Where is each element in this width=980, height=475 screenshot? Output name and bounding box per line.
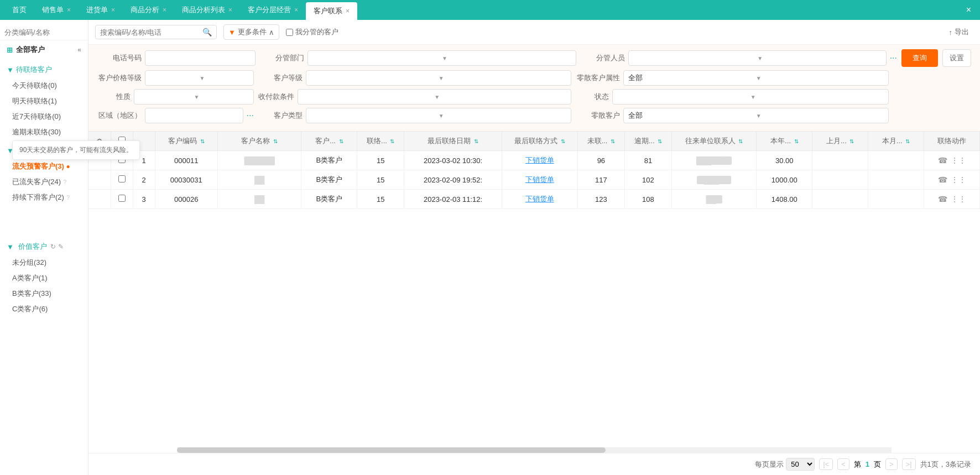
- action-contact-icon-0[interactable]: ☎: [938, 156, 947, 165]
- status-select[interactable]: ▼: [612, 89, 889, 105]
- sidebar-section-pending: ▼ 待联络客户 今天待联络(0) 明天待联络(1) 近7天待联络(0) 逾期未联…: [0, 61, 88, 140]
- th-lastmonth[interactable]: 上月... ⇅: [812, 132, 868, 151]
- nav-tab-customer-tier[interactable]: 客户分层经营 ×: [240, 0, 306, 20]
- nav-tab-analysis-list-close[interactable]: ×: [228, 6, 232, 14]
- zero-attr-select[interactable]: 全部 ▼: [623, 70, 889, 86]
- sidebar-item-b-class[interactable]: B类客户(33): [0, 286, 88, 301]
- row-checkbox-2[interactable]: [118, 195, 126, 202]
- last-contact-way-link-0[interactable]: 下销货单: [525, 156, 554, 164]
- nav-tab-sales-close[interactable]: ×: [67, 6, 71, 14]
- customer-level-select[interactable]: ▼: [306, 70, 571, 86]
- first-page-button[interactable]: |<: [819, 458, 833, 470]
- action-more-icon-1[interactable]: ⋮⋮: [951, 175, 966, 184]
- th-assoc[interactable]: 往来单位联系人 ⇅: [671, 132, 756, 151]
- nav-tab-purchase-close[interactable]: ×: [111, 6, 115, 14]
- customer-type-select[interactable]: ▼: [306, 108, 571, 123]
- my-customers-filter[interactable]: 我分管的客户: [286, 27, 338, 37]
- th-thismonth[interactable]: 本月... ⇅: [868, 132, 924, 151]
- action-contact-icon-1[interactable]: ☎: [938, 175, 947, 184]
- nav-tab-analysis-close[interactable]: ×: [163, 6, 166, 14]
- last-page-button[interactable]: >|: [902, 458, 916, 470]
- sidebar-item-tomorrow[interactable]: 明天待联络(1): [0, 93, 88, 109]
- edit-icon[interactable]: ✎: [58, 243, 64, 250]
- sidebar-item-c-class[interactable]: C类客户(6): [0, 301, 88, 317]
- scrollbar-thumb[interactable]: [177, 447, 606, 453]
- td-contact-1: 15: [357, 170, 404, 190]
- td-checkbox-2[interactable]: [111, 190, 133, 209]
- nav-tab-customer-tier-close[interactable]: ×: [294, 6, 298, 14]
- th-code[interactable]: 客户编码 ⇅: [155, 132, 218, 151]
- adv-filter-row-4: 区域（地区） ··· 客户类型 ▼ 零散客户 全部: [97, 108, 971, 123]
- dept-select[interactable]: ▼: [307, 50, 576, 66]
- per-page-select[interactable]: 50 100 200: [786, 458, 815, 471]
- th-type[interactable]: 客户... ⇅: [301, 132, 357, 151]
- sidebar-section-value-title[interactable]: ▼ 价值客户 ↻ ✎: [0, 238, 88, 255]
- nature-label: 性质: [97, 92, 131, 102]
- th-date[interactable]: 最后联络日期 ⇅: [404, 132, 502, 151]
- action-contact-icon-2[interactable]: ☎: [938, 195, 947, 203]
- total-records: 共1页，3条记录: [920, 460, 971, 469]
- td-overdue-1: 102: [624, 170, 671, 190]
- my-customers-checkbox[interactable]: [286, 29, 293, 36]
- nav-tab-customer-contact[interactable]: 客户联系 ×: [306, 2, 357, 20]
- th-unlinkd[interactable]: 未联... ⇅: [577, 132, 624, 151]
- sidebar-item-today[interactable]: 今天待联络(0): [0, 78, 88, 93]
- window-close-button[interactable]: ×: [962, 5, 976, 15]
- th-contact[interactable]: 联络... ⇅: [357, 132, 404, 151]
- prev-page-button[interactable]: <: [837, 458, 849, 470]
- price-level-select[interactable]: ▼: [145, 70, 254, 86]
- sidebar-item-overdue[interactable]: 逾期未联络(30): [0, 124, 88, 140]
- grid-icon: ⊞: [7, 46, 13, 54]
- td-way-2[interactable]: 下销货单: [502, 190, 577, 209]
- staff-select[interactable]: ▼: [628, 50, 887, 66]
- action-more-icon-0[interactable]: ⋮⋮: [951, 156, 966, 165]
- td-checkbox-1[interactable]: [111, 170, 133, 190]
- sidebar-item-ungrouped[interactable]: 未分组(32): [0, 255, 88, 270]
- sidebar-item-a-class[interactable]: A类客户(1): [0, 270, 88, 286]
- sidebar-section-pending-title[interactable]: ▼ 待联络客户: [0, 61, 88, 78]
- filter-search-input[interactable]: [100, 28, 202, 36]
- sidebar-all-customers[interactable]: ⊞ 全部客户 «: [0, 40, 88, 59]
- zero-customer-select[interactable]: 全部 ▼: [623, 108, 889, 123]
- th-thisyear[interactable]: 本年... ⇅: [757, 132, 812, 151]
- region-dots[interactable]: ···: [247, 111, 254, 121]
- horizontal-scrollbar[interactable]: [177, 447, 892, 453]
- td-unlinkd-0: 96: [577, 151, 624, 170]
- sidebar-item-churned[interactable]: 已流失客户(24) ?: [0, 174, 88, 190]
- td-thisyear-1: 1000.00: [757, 170, 812, 190]
- query-button[interactable]: 查询: [901, 49, 938, 67]
- row-checkbox-1[interactable]: [118, 175, 126, 182]
- th-way[interactable]: 最后联络方式 ⇅: [502, 132, 577, 151]
- region-select[interactable]: [145, 108, 243, 123]
- sidebar-item-declining[interactable]: 持续下滑客户(2) ?: [0, 190, 88, 205]
- sidebar-item-churn-warning[interactable]: 流失预警客户(3) ●: [0, 159, 88, 174]
- action-more-icon-2[interactable]: ⋮⋮: [951, 195, 966, 203]
- td-code-0: 000011: [155, 151, 218, 170]
- sidebar-collapse-icon[interactable]: «: [77, 46, 81, 54]
- nav-tab-analysis-list[interactable]: 商品分析列表 ×: [174, 0, 240, 20]
- nav-tab-analysis[interactable]: 商品分析 ×: [123, 0, 174, 20]
- th-name[interactable]: 客户名称 ⇅: [218, 132, 301, 151]
- nav-tab-home[interactable]: 首页: [4, 5, 34, 15]
- nav-tab-purchase[interactable]: 进货单 ×: [79, 0, 123, 20]
- nature-select[interactable]: ▼: [134, 89, 254, 105]
- staff-dots[interactable]: ···: [890, 53, 897, 63]
- th-overdue[interactable]: 逾期... ⇅: [624, 132, 671, 151]
- sidebar-item-7days[interactable]: 近7天待联络(0): [0, 109, 88, 124]
- next-page-button[interactable]: >: [885, 458, 898, 470]
- last-contact-way-link-2[interactable]: 下销货单: [525, 195, 554, 203]
- more-conditions-button[interactable]: ▼ 更多条件 ∧: [223, 24, 279, 40]
- refresh-icon[interactable]: ↻: [50, 243, 56, 250]
- td-way-1[interactable]: 下销货单: [502, 170, 577, 190]
- phone-input[interactable]: [145, 50, 256, 66]
- nav-tab-sales[interactable]: 销售单 ×: [34, 0, 79, 20]
- payment-select[interactable]: ▼: [298, 89, 571, 105]
- sidebar-search-input[interactable]: [4, 28, 88, 36]
- export-button[interactable]: ↑ 导出: [945, 25, 974, 39]
- last-contact-way-link-1[interactable]: 下销货单: [525, 175, 554, 184]
- filter-search-box: 🔍: [95, 25, 217, 39]
- td-type-2: B类客户: [301, 190, 357, 209]
- td-way-0[interactable]: 下销货单: [502, 151, 577, 170]
- nav-tab-customer-contact-close[interactable]: ×: [346, 7, 350, 15]
- settings-button[interactable]: 设置: [942, 49, 971, 67]
